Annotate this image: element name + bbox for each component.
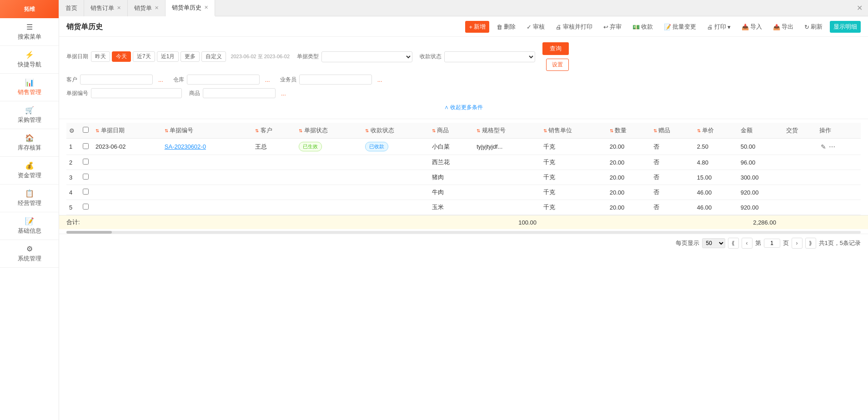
sidebar-item-inventory-calc[interactable]: 🏠 库存核算 [0, 129, 59, 157]
tab-home[interactable]: 首页 [59, 0, 84, 16]
refresh-label: 刷新 [811, 23, 823, 31]
date-btn-custom[interactable]: 自定义 [201, 51, 226, 62]
sidebar-item-basic-info[interactable]: 📝 基础信息 [0, 212, 59, 240]
doc-type-select[interactable] [321, 51, 412, 62]
cell-unit-price: 46.00 [694, 185, 738, 200]
query-button[interactable]: 查询 [542, 42, 569, 55]
scroll-thumb[interactable] [66, 231, 112, 234]
cell-doc-status [296, 185, 362, 200]
abandon-button[interactable]: ↩ 弃审 [600, 21, 625, 33]
close-all-tabs[interactable]: ✕ [851, 4, 868, 12]
tab-sales-history[interactable]: 销货单历史 ✕ [166, 0, 215, 16]
last-page-btn[interactable]: ⟫ [805, 238, 816, 249]
page-input[interactable] [764, 239, 780, 248]
cell-checkbox[interactable] [80, 200, 93, 215]
date-btn-7days[interactable]: 近7天 [133, 51, 155, 62]
col-settings[interactable]: ⚙ [66, 123, 80, 139]
customer-input[interactable] [80, 75, 153, 85]
cell-goods: 玉米 [429, 200, 474, 215]
staff-ellipsis-btn[interactable]: ... [375, 75, 385, 84]
sort-icon: ⇅ [299, 128, 302, 133]
tab-sales-history-close[interactable]: ✕ [204, 5, 208, 10]
sidebar-item-finance-mgmt[interactable]: 💰 资金管理 [0, 157, 59, 185]
col-sales-unit[interactable]: ⇅ 销售单位 [541, 123, 607, 139]
sidebar-item-label: 采购管理 [18, 116, 41, 124]
cell-customer: 王总 [252, 139, 296, 155]
col-payment-status[interactable]: ⇅ 收款状态 [362, 123, 429, 139]
tab-sales-order[interactable]: 销售订单 ✕ [84, 0, 128, 16]
audit-print-button[interactable]: 🖨 审核并打印 [552, 21, 596, 33]
first-page-btn[interactable]: ⟪ [728, 238, 739, 249]
cell-checkbox[interactable] [80, 185, 93, 200]
warehouse-input[interactable] [187, 75, 260, 85]
prev-page-btn[interactable]: ‹ [742, 238, 753, 249]
col-checkbox[interactable] [80, 123, 93, 139]
date-btn-yesterday[interactable]: 昨天 [91, 51, 110, 62]
cell-no: 3 [66, 170, 80, 185]
set-button[interactable]: 设置 [546, 59, 569, 71]
cell-checkbox[interactable] [80, 170, 93, 185]
sidebar-item-sales-mgmt[interactable]: 📊 销售管理 [0, 74, 59, 101]
warehouse-ellipsis-btn[interactable]: ... [262, 75, 273, 84]
data-table: ⚙ ⇅ 单据日期 ⇅ 单据编号 [66, 123, 861, 215]
staff-input[interactable] [299, 75, 372, 85]
ops-mgmt-icon: 📋 [25, 189, 34, 198]
sort-icon: ⇅ [95, 128, 99, 133]
print-button[interactable]: 🖨 打印 ▾ [703, 21, 734, 33]
col-customer[interactable]: ⇅ 客户 [252, 123, 296, 139]
audit-button[interactable]: ✓ 审核 [523, 21, 548, 33]
col-doc-no[interactable]: ⇅ 单据编号 [162, 123, 252, 139]
export-button[interactable]: 📤 导出 [769, 21, 797, 33]
goods-input[interactable] [203, 88, 276, 98]
table-footer: 合计: 100.00 2,286.00 [59, 215, 868, 229]
col-qty[interactable]: ⇅ 数量 [607, 123, 651, 139]
tab-sales-delivery-close[interactable]: ✕ [155, 5, 159, 11]
col-goods[interactable]: ⇅ 商品 [429, 123, 474, 139]
receive-button[interactable]: 💵 收款 [629, 21, 657, 33]
col-doc-date[interactable]: ⇅ 单据日期 [93, 123, 162, 139]
sidebar-item-label: 系统管理 [18, 255, 41, 263]
collapse-filter-btn[interactable]: ∧ 收起更多条件 [441, 102, 487, 113]
select-all-checkbox[interactable] [83, 127, 89, 133]
new-button[interactable]: + 新增 [465, 21, 489, 33]
table-row: 3 猪肉 千克 20.00 否 15.00 300.00 [66, 170, 861, 185]
sys-mgmt-icon: ⚙ [26, 245, 33, 253]
delete-button[interactable]: 🗑 删除 [493, 21, 519, 33]
col-gift[interactable]: ⇅ 赠品 [651, 123, 694, 139]
import-button[interactable]: 📥 导入 [738, 21, 766, 33]
show-detail-button[interactable]: 显示明细 [830, 21, 861, 33]
cell-checkbox[interactable] [80, 139, 93, 155]
col-unit-price[interactable]: ⇅ 单价 [694, 123, 738, 139]
tab-sales-delivery[interactable]: 销货单 ✕ [128, 0, 166, 16]
sidebar-item-ops-mgmt[interactable]: 📋 经营管理 [0, 185, 59, 212]
date-btn-more[interactable]: 更多 [181, 51, 200, 62]
cell-amount: 920.00 [738, 200, 783, 215]
cell-sales-unit: 千克 [541, 185, 607, 200]
more-icon[interactable]: ⋯ [829, 143, 835, 150]
payment-status-select[interactable] [444, 51, 535, 62]
plus-icon: + [469, 24, 472, 30]
import-icon: 📥 [742, 24, 749, 30]
date-btn-today[interactable]: 今天 [112, 51, 131, 62]
cell-transaction [783, 185, 817, 200]
date-btn-1month[interactable]: 近1月 [157, 51, 179, 62]
per-page-select[interactable]: 50 20 100 [702, 238, 725, 248]
col-doc-status[interactable]: ⇅ 单据状态 [296, 123, 362, 139]
tab-sales-order-close[interactable]: ✕ [117, 5, 121, 11]
sidebar-item-quick-nav[interactable]: ⚡ 快捷导航 [0, 46, 59, 74]
sidebar-item-search-menu[interactable]: ☰ 搜索菜单 [0, 18, 59, 46]
next-page-btn[interactable]: › [792, 238, 803, 249]
edit-icon[interactable]: ✎ [821, 143, 826, 150]
refresh-button[interactable]: ↻ 刷新 [801, 21, 826, 33]
customer-ellipsis-btn[interactable]: ... [156, 75, 166, 84]
batch-change-button[interactable]: 📝 批量变更 [660, 21, 700, 33]
sidebar-item-purchase-mgmt[interactable]: 🛒 采购管理 [0, 101, 59, 129]
horizontal-scrollbar[interactable] [66, 231, 861, 234]
doc-no-input[interactable] [91, 88, 182, 98]
goods-ellipsis-btn[interactable]: ... [278, 89, 289, 98]
doc-no-link[interactable]: SA-20230602-0 [165, 143, 206, 150]
cell-payment-status [362, 185, 429, 200]
sidebar-item-sys-mgmt[interactable]: ⚙ 系统管理 [0, 240, 59, 268]
cell-checkbox[interactable] [80, 155, 93, 170]
col-spec-type[interactable]: ⇅ 规格型号 [474, 123, 540, 139]
